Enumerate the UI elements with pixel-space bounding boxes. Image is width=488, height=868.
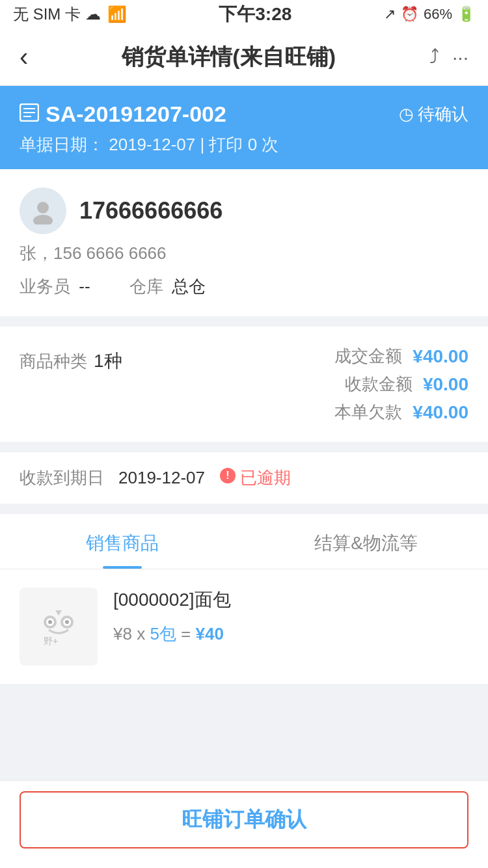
share-icon[interactable]: ⤴ [429, 46, 439, 68]
owed-value: ¥40.00 [413, 402, 468, 423]
order-date: 单据日期： 2019-12-07 | 打印 0 次 [20, 133, 468, 156]
back-button[interactable]: ‹ [20, 42, 28, 72]
tabs-row: 销售商品 结算&物流等 [0, 514, 488, 569]
owed-amount-row: 本单欠款 ¥40.00 [334, 401, 468, 424]
more-icon[interactable]: ··· [452, 46, 468, 68]
overdue-icon: ! [219, 467, 236, 489]
received-label: 收款金额 [345, 373, 413, 396]
status-right: ↗ ⏰ 66% 🔋 [384, 6, 475, 23]
deal-amount-row: 成交金额 ¥40.00 [334, 345, 468, 368]
amount-section: 商品种类 1种 成交金额 ¥40.00 收款金额 ¥0.00 本单欠款 ¥40.… [0, 327, 488, 442]
amount-right: 成交金额 ¥40.00 收款金额 ¥0.00 本单欠款 ¥40.00 [334, 345, 468, 424]
received-value: ¥0.00 [423, 374, 468, 395]
avatar [20, 187, 66, 234]
product-total: ¥40 [195, 624, 223, 644]
svg-marker-14 [55, 610, 62, 616]
nav-right: ⤴ ··· [429, 46, 468, 68]
nav-left: ‹ [20, 42, 28, 72]
product-name: [0000002]面包 [113, 588, 468, 612]
page-title: 销货单详情(来自旺铺) [122, 42, 336, 72]
warehouse-value: 总仓 [172, 277, 206, 296]
svg-text:野+: 野+ [44, 636, 58, 646]
due-date-section: 收款到期日 2019-12-07 ! 已逾期 [0, 452, 488, 504]
product-price: ¥8 x 5包 = ¥40 [113, 623, 468, 645]
customer-section: 17666666666 张，156 6666 6666 业务员 -- 仓库 总仓 [0, 169, 488, 316]
due-label: 收款到期日 [20, 467, 104, 489]
status-time: 下午3:28 [219, 2, 291, 27]
svg-point-5 [33, 215, 53, 224]
date-label: 单据日期： [20, 135, 104, 154]
customer-meta: 业务员 -- 仓库 总仓 [20, 275, 468, 298]
deal-amount-value: ¥40.00 [413, 346, 468, 367]
date-value: 2019-12-07 [109, 135, 195, 154]
order-id: SA-20191207-002 [20, 102, 226, 127]
warehouse-field: 仓库 总仓 [129, 275, 206, 298]
battery-text: 66% [424, 6, 452, 23]
order-status-badge: ◷ 待确认 [399, 103, 468, 126]
status-text: 待确认 [418, 103, 468, 126]
svg-point-13 [65, 620, 69, 624]
salesperson-value: -- [79, 277, 90, 296]
battery-icon: 🔋 [457, 6, 475, 23]
salesperson-label: 业务员 [20, 277, 70, 296]
product-type-value: 1种 [94, 349, 122, 373]
product-info: [0000002]面包 ¥8 x 5包 = ¥40 [113, 588, 468, 645]
product-section: 野+ [0000002]面包 ¥8 x 5包 = ¥40 [0, 569, 488, 684]
nav-bar: ‹ 销货单详情(来自旺铺) ⤴ ··· [0, 29, 488, 86]
product-qty: 5包 [150, 624, 176, 644]
salesperson-field: 业务员 -- [20, 275, 90, 298]
overdue-badge: ! 已逾期 [219, 467, 291, 489]
alarm-icon: ⏰ [401, 6, 418, 23]
overdue-text: 已逾期 [240, 467, 291, 489]
svg-point-4 [37, 202, 49, 213]
warehouse-label: 仓库 [129, 277, 163, 296]
owed-label: 本单欠款 [334, 401, 402, 424]
equals-text: = [176, 624, 196, 644]
svg-text:!: ! [226, 470, 229, 481]
tabs-section: 销售商品 结算&物流等 [0, 514, 488, 569]
tab-settlement[interactable]: 结算&物流等 [244, 514, 488, 569]
order-id-icon [20, 102, 39, 127]
svg-point-12 [48, 620, 52, 624]
price-text: ¥8 x [113, 624, 150, 644]
product-type-field: 商品种类 1种 [20, 345, 122, 373]
deal-amount-label: 成交金额 [334, 345, 402, 368]
customer-phone: 17666666666 [79, 197, 223, 224]
print-info: | 打印 0 次 [200, 135, 278, 154]
status-left: 无 SIM 卡 ☁ 📶 [13, 4, 127, 25]
no-sim-text: 无 SIM 卡 ☁ [13, 4, 101, 25]
header-card: SA-20191207-002 ◷ 待确认 单据日期： 2019-12-07 |… [0, 86, 488, 169]
tab-products[interactable]: 销售商品 [0, 514, 244, 569]
received-amount-row: 收款金额 ¥0.00 [345, 373, 468, 396]
bottom-bar: 旺铺订单确认 [0, 780, 488, 868]
product-type-label: 商品种类 [20, 350, 87, 373]
clock-icon: ◷ [399, 104, 414, 124]
customer-name: 张，156 6666 6666 [20, 242, 468, 265]
confirm-order-button[interactable]: 旺铺订单确认 [20, 791, 468, 848]
signal-icon: ↗ [384, 6, 396, 23]
status-bar: 无 SIM 卡 ☁ 📶 下午3:28 ↗ ⏰ 66% 🔋 [0, 0, 488, 29]
order-id-text: SA-20191207-002 [46, 102, 226, 127]
due-date-value: 2019-12-07 [118, 468, 205, 488]
product-thumbnail: 野+ [20, 588, 98, 666]
wifi-icon: 📶 [107, 5, 127, 23]
